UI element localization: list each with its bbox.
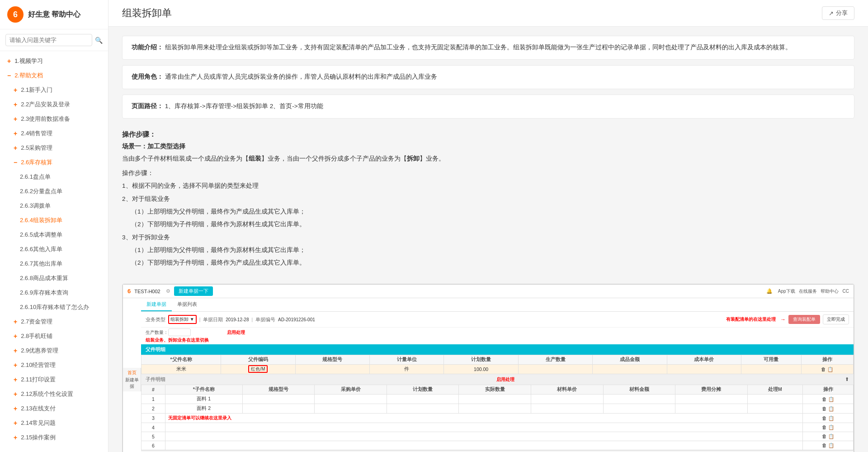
plus-icon: +: [14, 390, 17, 398]
sim-quantity-input[interactable]: [168, 328, 191, 336]
sidebar-item-label: 2.6库存核算: [21, 158, 52, 167]
sim-col-10: 操作: [801, 355, 853, 365]
sim-col-7: 成品金额: [593, 355, 667, 365]
sim-lcol-9: 处理M: [747, 385, 802, 395]
share-button[interactable]: ↗ 分享: [822, 6, 854, 20]
sim-cell: [387, 404, 459, 414]
sidebar-item-other-in[interactable]: 2.6.6其他入库单: [0, 242, 108, 257]
sidebar-item-stock-query[interactable]: 2.6.9库存账本查询: [0, 285, 108, 300]
sim-settings-icon: ⚙: [166, 288, 170, 294]
sidebar-item-cost-adjust[interactable]: 2.6.5成本调整单: [0, 228, 108, 242]
sim-new-btn[interactable]: 新建单据一下: [174, 286, 213, 296]
intro-label: 功能介绍：: [132, 44, 163, 51]
sidebar-item-finance[interactable]: + 2.7资金管理: [0, 314, 108, 329]
sidebar-item-label: 2.15操作案例: [21, 433, 56, 442]
sidebar-item-stock-error[interactable]: 2.6.10库存账本错了怎么办: [0, 300, 108, 314]
scene1-desc: 当由多个子件材料组装成一个成品的业务为【组装】业务，当由一个父件拆分成多个子产品…: [122, 153, 854, 164]
sim-annotation4: 启用处理: [496, 376, 514, 383]
sidebar-item-online-pay[interactable]: + 2.13在线支付: [0, 401, 108, 416]
sidebar-item-label: 2.5采购管理: [21, 144, 52, 152]
sidebar-item-label: 2.6.2分量盘点单: [20, 187, 62, 195]
sim-cell: 无固定清单可以继续在这里录入: [165, 414, 802, 423]
sim-cell: 2: [142, 404, 165, 414]
sim-tab-list[interactable]: 单据列表: [172, 298, 203, 311]
sim-cell: [518, 365, 592, 374]
role-block: 使用角色： 通常由生产人员或库管人员完成拆装业务的操作，库管人员确认原材料的出库…: [122, 65, 854, 89]
sidebar-item-print[interactable]: + 2.11打印设置: [0, 372, 108, 387]
sidebar-item-mobile[interactable]: + 2.8手机旺铺: [0, 329, 108, 343]
table-row: 1 面料 1 🗑 📋: [142, 395, 854, 404]
sidebar-item-coupon[interactable]: + 2.9优惠券管理: [0, 343, 108, 358]
sim-col-1: *父件名称: [142, 355, 221, 365]
sim-upper-section: 父件明细: [141, 344, 854, 355]
sim-footer: 合计 88.00 0.00 0.00 0.00 ⬇ 图: [141, 450, 854, 452]
sim-cell: [165, 441, 802, 450]
sidebar-item-help[interactable]: − 2.帮助文档: [0, 68, 108, 83]
sidebar-item-partial[interactable]: 2.6.2分量盘点单: [0, 184, 108, 199]
intro-block: 功能介绍： 组装拆卸单用来处理企业组装或拆卸等加工业务，支持有固定装配清单的产品…: [122, 36, 854, 60]
step1: 1、根据不同的业务，选择不同单据的类型来处理: [122, 181, 854, 191]
sidebar-item-label: 2.12系统个性化设置: [21, 390, 73, 398]
sim-lcol-3: 采购单价: [315, 385, 387, 395]
sim-cell: 5: [142, 432, 165, 441]
sim-cell: [741, 365, 802, 374]
sidebar-item-personalize[interactable]: + 2.12系统个性化设置: [0, 387, 108, 401]
sim-cell: [387, 395, 459, 404]
table-row: 2 面料 2 🗑 📋: [142, 404, 854, 414]
plus-icon: +: [14, 318, 17, 325]
role-text: 通常由生产人员或库管人员完成拆装业务的操作，库管人员确认原材料的出库和产成品的入…: [165, 73, 437, 80]
sidebar-item-assembly[interactable]: 2.6.4组装拆卸单: [0, 213, 108, 228]
sidebar-item-ops[interactable]: + 2.10经营管理: [0, 358, 108, 372]
sidebar-item-install[interactable]: + 2.2产品安装及登录: [0, 97, 108, 112]
sidebar-item-faq[interactable]: + 2.14常见问题: [0, 416, 108, 430]
sim-cell: 🗑 📋: [801, 365, 853, 374]
sim-type-label: 业务类型: [146, 316, 165, 323]
sim-test-id: TEST-H002: [134, 289, 160, 294]
sim-nav: 首页 新建单据 新建单据 单据列表 业务类型 组装拆卸 ▼ |: [123, 298, 854, 452]
sim-type-select[interactable]: 组装拆卸 ▼: [168, 315, 197, 324]
search-button[interactable]: 🔍: [95, 37, 103, 44]
sidebar-item-adjust[interactable]: 2.6.3调拨单: [0, 199, 108, 213]
sidebar-item-newbie[interactable]: + 2.1新手入门: [0, 83, 108, 97]
sidebar-item-data-prep[interactable]: + 2.3使用前数据准备: [0, 112, 108, 126]
sidebar-item-cases[interactable]: + 2.15操作案例: [0, 430, 108, 445]
sim-col-4: 计量单位: [370, 355, 444, 365]
plus-icon: +: [14, 333, 17, 340]
sim-annotation5: 无固定清单可以继续在这里录入: [168, 415, 231, 420]
share-icon: ↗: [829, 10, 834, 17]
plus-icon: +: [14, 405, 17, 412]
sim-cell: [315, 395, 387, 404]
scene1-title: 场景一：加工类型选择: [122, 143, 854, 151]
sim-lower-title: 子件明细: [146, 376, 165, 383]
sidebar-item-stocktake[interactable]: 2.6.1盘点单: [0, 170, 108, 184]
sim-annotation1: 有装配清单的在这里处理: [726, 316, 776, 323]
sidebar-item-purchase[interactable]: + 2.5采购管理: [0, 141, 108, 155]
plus-icon: +: [14, 419, 17, 427]
sim-lcol-4: 计划数量: [387, 385, 459, 395]
sim-nav-side: 首页 新建单据: [123, 368, 141, 391]
sidebar-item-inventory[interactable]: − 2.6库存核算: [0, 155, 108, 170]
plus-icon: +: [14, 144, 17, 152]
sim-search-btn[interactable]: 查询装配单: [788, 315, 820, 324]
sidebar-item-label: 2.2产品安装及登录: [21, 100, 70, 109]
sim-upper-table: *父件名称 父件编码 规格型号 计量单位 计划数量 生产数量 成品金额 成本单价…: [141, 355, 854, 374]
search-input[interactable]: [5, 34, 92, 46]
sim-ok-btn[interactable]: 立即完成: [823, 314, 849, 324]
sim-cell: [242, 395, 315, 404]
sidebar-item-video[interactable]: + 1.视频学习: [0, 54, 108, 68]
plus-icon: +: [14, 115, 17, 123]
sim-tab-new[interactable]: 新建单据: [141, 298, 172, 311]
role-label: 使用角色：: [132, 73, 163, 80]
sidebar-item-sales[interactable]: + 2.4销售管理: [0, 126, 108, 141]
sidebar-item-cost-calc[interactable]: 2.6.8商品成本重算: [0, 271, 108, 285]
plus-icon: +: [14, 362, 17, 369]
sidebar-item-label: 2.4销售管理: [21, 129, 52, 138]
sim-cell: [242, 404, 315, 414]
path-label: 页面路径：: [132, 103, 163, 109]
sidebar-item-other-out[interactable]: 2.6.7其他出库单: [0, 257, 108, 271]
step2-2: （2）下部明细为子件明细，最终作为原材料生成其它出库单。: [122, 219, 854, 230]
sim-lcol-6: 材料单价: [531, 385, 604, 395]
path-text: 1、库存核算->库存管理->组装拆卸单 2、首页->常用功能: [165, 103, 323, 109]
sim-lcol-10: 操作: [803, 385, 854, 395]
sim-date-label: 单据日期: [203, 316, 223, 323]
